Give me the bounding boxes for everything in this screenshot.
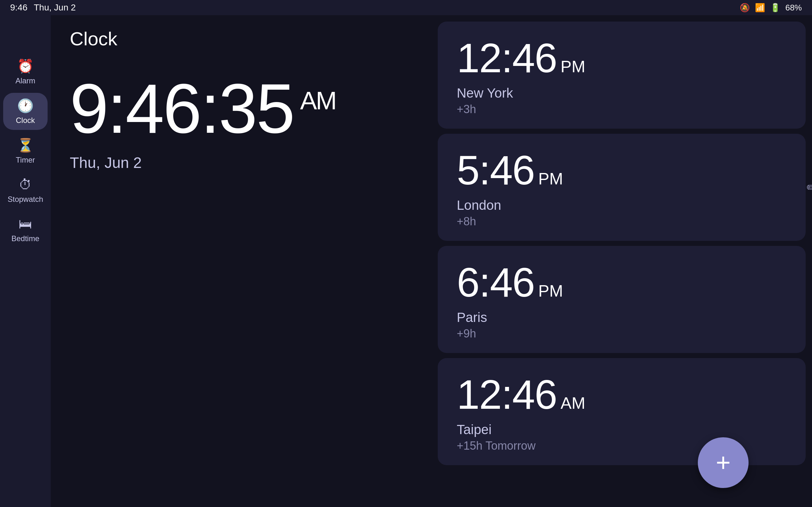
world-clock-ampm-1: PM bbox=[538, 170, 563, 188]
wifi-icon: 📶 bbox=[755, 3, 765, 13]
sidebar: ⏰ Alarm 🕐 Clock ⏳ Timer ⏱ Stopwatch 🛏 Be… bbox=[0, 15, 51, 507]
battery-icon: 🔋 bbox=[770, 3, 780, 13]
status-right: 🔕 📶 🔋 68% bbox=[740, 3, 802, 13]
world-clock-ampm-3: AM bbox=[560, 394, 585, 412]
bedtime-icon: 🛏 bbox=[19, 216, 32, 232]
world-clock-digits-3: 12:46 bbox=[457, 372, 557, 418]
world-clock-offset-2: +9h bbox=[457, 327, 786, 340]
sidebar-label-timer: Timer bbox=[16, 156, 35, 164]
world-clock-card-1: 5:46PM London +8h bbox=[438, 134, 806, 241]
sidebar-item-clock[interactable]: 🕐 Clock bbox=[3, 93, 48, 130]
sidebar-label-alarm: Alarm bbox=[15, 76, 36, 85]
world-clock-digits-1: 5:46 bbox=[457, 147, 535, 193]
add-city-fab[interactable]: + bbox=[698, 437, 749, 488]
world-clock-time-1: 5:46PM bbox=[457, 147, 786, 194]
world-clock-time-2: 6:46PM bbox=[457, 259, 786, 306]
alarm-icon: ⏰ bbox=[17, 58, 34, 74]
world-clock-card-3: 12:46AM Taipei +15h Tomorrow bbox=[438, 358, 806, 465]
battery-level: 68% bbox=[785, 3, 802, 13]
sidebar-item-bedtime[interactable]: 🛏 Bedtime bbox=[3, 211, 48, 248]
local-hours: 9:46 bbox=[70, 70, 200, 148]
status-bar: 9:46 Thu, Jun 2 🔕 📶 🔋 68% bbox=[0, 0, 812, 15]
world-clock-time-3: 12:46AM bbox=[457, 371, 786, 418]
edit-icon[interactable]: ✏ bbox=[807, 179, 812, 195]
world-clock-city-0: New York bbox=[457, 86, 786, 101]
world-clock-card-2: 6:46PM Paris +9h bbox=[438, 246, 806, 353]
sidebar-item-alarm[interactable]: ⏰ Alarm bbox=[3, 53, 48, 90]
timer-icon: ⏳ bbox=[17, 137, 34, 153]
world-clock-ampm-0: PM bbox=[560, 57, 585, 76]
world-clock-offset-0: +3h bbox=[457, 103, 786, 116]
clock-icon: 🕐 bbox=[17, 98, 34, 113]
stopwatch-icon: ⏱ bbox=[19, 177, 32, 192]
local-time-main: 9:46:35AM bbox=[70, 70, 336, 148]
sidebar-label-stopwatch: Stopwatch bbox=[8, 195, 43, 204]
world-clock-wrapper-3: 12:46AM Taipei +15h Tomorrow bbox=[438, 358, 806, 465]
app-container: ⏰ Alarm 🕐 Clock ⏳ Timer ⏱ Stopwatch 🛏 Be… bbox=[0, 15, 812, 507]
world-clock-card-0: 12:46PM New York +3h bbox=[438, 21, 806, 129]
world-clocks-panel: 12:46PM New York +3h 5:46PM London +8h ✏… bbox=[432, 15, 812, 507]
world-clock-wrapper-2: 6:46PM Paris +9h bbox=[438, 246, 806, 353]
world-clock-offset-1: +8h bbox=[457, 215, 786, 228]
world-clock-time-0: 12:46PM bbox=[457, 34, 786, 82]
world-clock-city-3: Taipei bbox=[457, 422, 786, 437]
sidebar-item-stopwatch[interactable]: ⏱ Stopwatch bbox=[3, 172, 48, 209]
world-clock-wrapper-0: 12:46PM New York +3h bbox=[438, 21, 806, 129]
world-clock-ampm-2: PM bbox=[538, 282, 563, 300]
world-clock-city-1: London bbox=[457, 198, 786, 213]
sidebar-label-bedtime: Bedtime bbox=[11, 234, 39, 243]
mute-icon: 🔕 bbox=[740, 3, 750, 13]
local-seconds: :35 bbox=[200, 70, 294, 148]
local-ampm: AM bbox=[300, 87, 336, 115]
main-content: Clock ⋮ 9:46:35AM Thu, Jun 2 12:46PM New… bbox=[51, 15, 812, 507]
world-clock-digits-0: 12:46 bbox=[457, 35, 557, 81]
world-clock-digits-2: 6:46 bbox=[457, 259, 535, 305]
world-clock-wrapper-1: 5:46PM London +8h ✏ bbox=[438, 134, 806, 241]
sidebar-item-timer[interactable]: ⏳ Timer bbox=[3, 132, 48, 170]
status-date: Thu, Jun 2 bbox=[34, 3, 76, 13]
sidebar-label-clock: Clock bbox=[16, 116, 35, 125]
status-time: 9:46 bbox=[10, 3, 28, 13]
status-left: 9:46 Thu, Jun 2 bbox=[10, 3, 76, 13]
world-clock-city-2: Paris bbox=[457, 310, 786, 325]
